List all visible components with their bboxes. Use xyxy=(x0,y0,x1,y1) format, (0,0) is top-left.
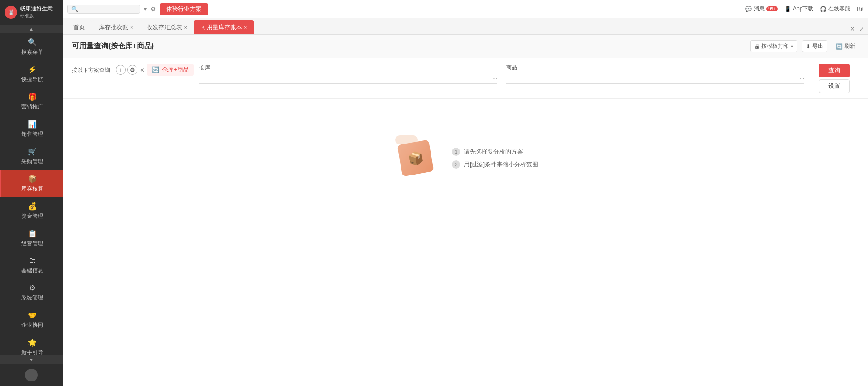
scheme-item-warehouse-product[interactable]: 🔄 仓库+商品 xyxy=(147,64,194,76)
action-area: 查询 设置 xyxy=(810,64,859,93)
sidebar-item-system[interactable]: ⚙ 系统管理 xyxy=(0,279,63,306)
tab-close-icon[interactable]: × xyxy=(184,25,187,30)
settings-button[interactable]: 设置 xyxy=(819,79,850,93)
gear-icon[interactable]: ⚙ xyxy=(150,5,156,13)
sidebar-item-label: 快捷导航 xyxy=(21,76,43,83)
sidebar-item-operations[interactable]: 📋 经营管理 xyxy=(0,225,63,252)
app-download-button[interactable]: 📱 App下载 xyxy=(784,5,813,13)
gift-icon: 🎁 xyxy=(28,93,37,101)
page-header: 可用量查询(按仓库+商品) 🖨 按模板打印 ▾ ⬇ 导出 🔄 刷新 xyxy=(63,35,868,58)
download-icon: 📱 xyxy=(784,6,791,12)
print-label: 按模板打印 xyxy=(761,42,789,50)
empty-illustration: 📦 xyxy=(393,135,438,181)
sidebar-item-label: 新手引导 xyxy=(21,349,43,355)
query-button[interactable]: 查询 xyxy=(819,64,850,77)
message-button[interactable]: 💬 消息 99+ xyxy=(745,5,778,13)
tabbar-expand-icon[interactable]: ⤢ xyxy=(859,25,864,32)
inventory-icon: 📦 xyxy=(28,175,37,183)
print-icon: 🖨 xyxy=(754,43,760,50)
export-label: 导出 xyxy=(812,42,823,50)
product-input-row: ··· xyxy=(506,73,804,84)
logo-icon: 🐰 xyxy=(5,6,17,19)
export-icon: ⬇ xyxy=(806,43,811,50)
search-input[interactable] xyxy=(80,6,135,12)
collapse-filter-icon[interactable]: « xyxy=(140,66,144,74)
sync-icon: 🔄 xyxy=(152,66,159,73)
customer-service-label: 在线客服 xyxy=(828,5,850,13)
sidebar-item-newuser[interactable]: 🌟 新手引导 xyxy=(0,334,63,355)
product-filter-group: 商品 ··· xyxy=(506,64,804,84)
sidebar-item-label: 企业协同 xyxy=(21,321,43,329)
sidebar-item-finance[interactable]: 💰 资金管理 xyxy=(0,197,63,225)
dropdown-icon: ▾ xyxy=(791,43,793,50)
trial-button[interactable]: 体验行业方案 xyxy=(160,3,208,15)
sidebar-item-label: 库存核算 xyxy=(21,185,43,193)
newuser-icon: 🌟 xyxy=(28,338,37,347)
basic-icon: 🗂 xyxy=(29,257,36,265)
app-download-label: App下载 xyxy=(793,5,813,13)
sidebar-items: 🔍 搜索菜单 ⚡ 快捷导航 🎁 营销推广 📊 销售管理 🛒 采购管理 📦 库存核… xyxy=(0,33,63,355)
topbar: 🔍 ▾ ⚙ 体验行业方案 💬 消息 99+ 📱 App下载 🎧 在线客服 Rit xyxy=(63,0,868,18)
message-label: 消息 xyxy=(754,5,765,13)
tab-available-qty[interactable]: 可用量库存账本 × xyxy=(194,20,254,34)
empty-state-content: 📦 1 请先选择要分析的方案 2 用[过滤]条件来缩小分析范围 xyxy=(393,135,538,181)
sidebar-item-enterprise[interactable]: 🤝 企业协同 xyxy=(0,306,63,334)
sidebar-item-marketing[interactable]: 🎁 营销推广 xyxy=(0,88,63,115)
filter-inputs: 仓库 ··· 商品 ··· xyxy=(199,64,805,84)
tab-close-icon[interactable]: × xyxy=(244,25,247,30)
operations-icon: 📋 xyxy=(28,229,37,238)
product-input[interactable] xyxy=(506,75,798,82)
page-header-actions: 🖨 按模板打印 ▾ ⬇ 导出 🔄 刷新 xyxy=(750,40,859,52)
add-scheme-button[interactable]: + xyxy=(116,65,126,75)
sidebar-item-purchase[interactable]: 🛒 采购管理 xyxy=(0,143,63,170)
topbar-search-box[interactable]: 🔍 xyxy=(67,5,140,14)
hint-num-2: 2 xyxy=(452,160,460,169)
tab-close-icon[interactable]: × xyxy=(130,25,133,30)
avatar xyxy=(25,369,38,381)
topbar-right: 💬 消息 99+ 📱 App下载 🎧 在线客服 Rit xyxy=(745,5,863,13)
sidebar-item-shortcut[interactable]: ⚡ 快捷导航 xyxy=(0,61,63,88)
tabbar: 首页 库存批次账 × 收发存汇总表 × 可用量库存账本 × ✕ ⤢ xyxy=(63,18,868,35)
tabbar-close-icon[interactable]: ✕ xyxy=(850,25,855,32)
warehouse-input[interactable] xyxy=(199,75,491,82)
sidebar-item-search[interactable]: 🔍 搜索菜单 xyxy=(0,33,63,61)
sidebar-item-label: 系统管理 xyxy=(21,294,43,302)
dropdown-chevron-icon[interactable]: ▾ xyxy=(144,6,147,12)
hint-1: 1 请先选择要分析的方案 xyxy=(452,148,538,156)
search-icon: 🔍 xyxy=(71,6,78,12)
hint-num-1: 1 xyxy=(452,148,460,156)
tab-receipt-summary[interactable]: 收发存汇总表 × xyxy=(140,20,193,34)
page-content: 可用量查询(按仓库+商品) 🖨 按模板打印 ▾ ⬇ 导出 🔄 刷新 按以下方 xyxy=(63,35,868,386)
filter-scheme-icons: + ⚙ xyxy=(116,65,137,75)
sidebar-item-inventory[interactable]: 📦 库存核算 xyxy=(0,170,63,197)
sidebar-scroll-down[interactable]: ▼ xyxy=(0,355,63,364)
sidebar-user-avatar[interactable] xyxy=(0,364,63,386)
settings-scheme-button[interactable]: ⚙ xyxy=(127,65,137,75)
chevron-down-icon: ▼ xyxy=(29,357,34,362)
warehouse-more-icon[interactable]: ··· xyxy=(492,75,497,82)
app-tag: 标准版 xyxy=(20,13,53,19)
finance-icon: 💰 xyxy=(28,202,37,211)
system-icon: ⚙ xyxy=(29,283,36,292)
product-more-icon[interactable]: ··· xyxy=(800,75,804,82)
tab-label: 首页 xyxy=(73,23,85,31)
filter-label: 按以下方案查询 xyxy=(72,64,110,74)
product-label: 商品 xyxy=(506,64,804,72)
box-face-icon: 📦 xyxy=(406,149,425,167)
app-name: 畅康通好生意 xyxy=(20,5,53,13)
print-button[interactable]: 🖨 按模板打印 ▾ xyxy=(750,40,797,52)
search-icon: 🔍 xyxy=(28,38,37,46)
tab-home[interactable]: 首页 xyxy=(66,20,92,34)
refresh-button[interactable]: 🔄 刷新 xyxy=(832,41,859,52)
sidebar-item-basic[interactable]: 🗂 基础信息 xyxy=(0,252,63,279)
tab-label: 收发存汇总表 xyxy=(147,23,182,31)
sidebar-item-sales[interactable]: 📊 销售管理 xyxy=(0,115,63,143)
export-button[interactable]: ⬇ 导出 xyxy=(802,40,827,52)
tab-batch-account[interactable]: 库存批次账 × xyxy=(92,20,140,34)
customer-service-button[interactable]: 🎧 在线客服 xyxy=(820,5,850,13)
user-name[interactable]: Rit xyxy=(857,6,863,12)
warehouse-filter-group: 仓库 ··· xyxy=(199,64,497,84)
filter-scheme-group: + ⚙ « 🔄 仓库+商品 xyxy=(116,64,194,76)
sidebar-scroll-up[interactable]: ▲ xyxy=(0,25,63,33)
message-icon: 💬 xyxy=(745,6,752,12)
